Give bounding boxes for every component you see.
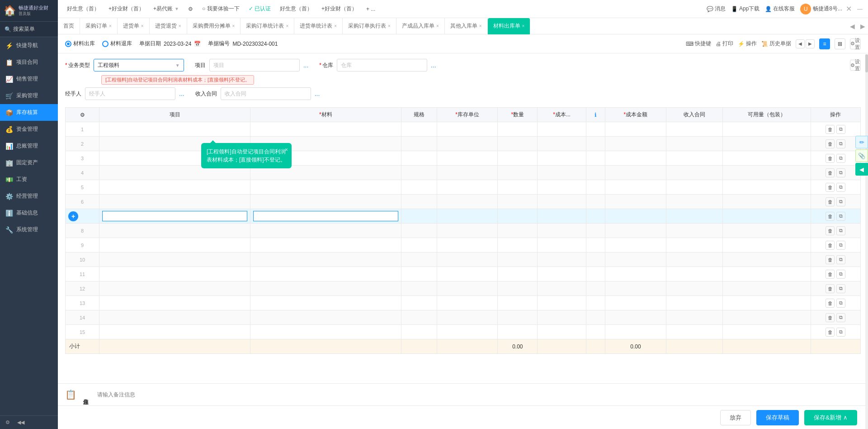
top-nav-more[interactable]: + ... <box>363 6 379 12</box>
row-copy-btn[interactable]: ⧉ <box>836 270 845 279</box>
row-quantity-cell[interactable] <box>498 137 538 151</box>
row-income-contract-cell[interactable] <box>666 325 722 339</box>
row-copy-btn[interactable]: ⧉ <box>836 284 845 293</box>
tab-purchase-exec[interactable]: 采购订单执行表 × <box>343 18 396 34</box>
tab-material-issue[interactable]: 材料出库单 × <box>488 18 531 34</box>
row-copy-btn[interactable]: ⧉ <box>836 255 845 264</box>
row-income-contract-cell[interactable] <box>666 296 722 310</box>
row-quantity-cell[interactable] <box>498 122 538 137</box>
tab-other-receipt[interactable]: 其他入库单 × <box>445 18 488 34</box>
row-income-contract-cell[interactable] <box>666 195 722 209</box>
row-quantity-cell[interactable] <box>498 281 538 296</box>
project-more-btn[interactable]: ... <box>303 62 309 69</box>
row-delete-btn[interactable]: 🗑 <box>826 168 835 177</box>
row-unit-cell-active[interactable] <box>437 209 497 224</box>
business-type-input[interactable]: 工程领料 ▼ <box>94 59 184 72</box>
row-delete-btn[interactable]: 🗑 <box>826 139 835 148</box>
row-quantity-cell-active[interactable] <box>498 209 538 224</box>
row-spec-cell[interactable] <box>401 180 437 195</box>
tab-close-icon[interactable]: × <box>179 24 181 29</box>
calendar-icon[interactable]: 📅 <box>194 41 201 47</box>
tab-purchase-order[interactable]: 采购订单 × <box>80 18 118 34</box>
discard-btn[interactable]: 放弃 <box>720 410 751 425</box>
project-input[interactable]: 项目 <box>209 59 300 72</box>
row-spec-cell[interactable] <box>401 224 437 238</box>
tab-purchase-stats[interactable]: 采购订单统计表 × <box>241 18 294 34</box>
col-settings-header[interactable]: ⚙ <box>66 108 99 122</box>
row-project-cell[interactable] <box>99 267 250 281</box>
app-download-btn[interactable]: 📱 App下载 <box>731 5 760 13</box>
row-unit-cell[interactable] <box>437 180 497 195</box>
quick-key-btn[interactable]: ⌨ 快捷键 <box>686 40 711 48</box>
row-delete-btn[interactable]: 🗑 <box>826 255 835 264</box>
window-minimize-btn[interactable]: — <box>857 6 863 12</box>
view-list-btn[interactable]: ≡ <box>819 38 830 49</box>
tab-goods-stats[interactable]: 进货单统计表 × <box>294 18 343 34</box>
row-cost-cell[interactable] <box>538 296 586 310</box>
tab-scroll-left[interactable]: ◀ <box>847 23 858 30</box>
view-grid-btn[interactable]: ⊞ <box>835 38 845 49</box>
row-delete-btn[interactable]: 🗑 <box>826 313 835 322</box>
row-unit-cell[interactable] <box>437 224 497 238</box>
row-income-contract-cell[interactable] <box>666 166 722 180</box>
handler-input[interactable]: 经手人 <box>85 87 175 100</box>
window-close-btn[interactable]: ✕ <box>846 5 852 13</box>
row-project-cell[interactable] <box>99 238 250 253</box>
row-cost-amount-cell[interactable] <box>605 281 666 296</box>
row-quantity-cell[interactable] <box>498 166 538 180</box>
row-cost-cell-active[interactable] <box>538 209 586 224</box>
warehouse-more-btn[interactable]: ... <box>431 62 436 69</box>
row-delete-btn[interactable]: 🗑 <box>826 125 835 134</box>
row-unit-cell[interactable] <box>437 296 497 310</box>
row-material-cell[interactable] <box>250 325 401 339</box>
row-cost-cell[interactable] <box>538 281 586 296</box>
save-draft-btn[interactable]: 保存草稿 <box>756 410 799 425</box>
row-project-cell[interactable] <box>99 253 250 267</box>
row-spec-cell[interactable] <box>401 281 437 296</box>
sidebar-item-system[interactable]: 🔧 系统管理 <box>0 221 58 238</box>
row-quantity-cell[interactable] <box>498 151 538 166</box>
row-cost-cell[interactable] <box>538 122 586 137</box>
search-menu[interactable]: 🔍 搜索菜单 <box>0 22 58 37</box>
row-project-cell[interactable] <box>99 224 250 238</box>
row-unit-cell[interactable] <box>437 122 497 137</box>
row-quantity-cell[interactable] <box>498 224 538 238</box>
row-cost-cell[interactable] <box>538 267 586 281</box>
tab-goods-receipt[interactable]: 进货单 × <box>118 18 150 34</box>
row-quantity-cell[interactable] <box>498 310 538 325</box>
user-avatar[interactable]: U 畅捷通8号... <box>800 4 842 14</box>
row-income-contract-cell[interactable] <box>666 253 722 267</box>
notes-input[interactable] <box>97 387 861 402</box>
row-income-contract-cell[interactable] <box>666 151 722 166</box>
row-copy-btn[interactable]: ⧉ <box>836 212 845 221</box>
row-unit-cell[interactable] <box>437 281 497 296</box>
row-cost-amount-cell[interactable] <box>605 296 666 310</box>
sidebar-item-inventory[interactable]: 📦 库存核算 <box>0 104 58 121</box>
row-quantity-cell[interactable] <box>498 267 538 281</box>
row-delete-btn[interactable]: 🗑 <box>826 212 835 221</box>
nav-prev-btn[interactable]: ◀ <box>796 39 805 48</box>
row-project-cell[interactable] <box>99 281 250 296</box>
row-income-contract-cell-active[interactable] <box>666 209 722 224</box>
top-nav-good-biz[interactable]: 好生意（首） <box>63 5 103 13</box>
row-cost-amount-cell[interactable] <box>605 195 666 209</box>
row-quantity-cell[interactable] <box>498 180 538 195</box>
row-project-cell[interactable] <box>99 195 250 209</box>
row-cost-amount-cell[interactable] <box>605 137 666 151</box>
row-copy-btn[interactable]: ⧉ <box>836 241 845 250</box>
row-cost-amount-cell[interactable] <box>605 224 666 238</box>
sidebar-item-project[interactable]: 📋 项目合同 <box>0 54 58 71</box>
warehouse-input[interactable]: 仓库 <box>337 59 427 72</box>
sidebar-item-quick-nav[interactable]: ⚡ 快捷导航 <box>0 37 58 54</box>
tab-close-icon[interactable]: × <box>232 24 235 29</box>
row-cost-cell[interactable] <box>538 195 586 209</box>
tab-close-icon[interactable]: × <box>479 24 482 29</box>
row-material-cell[interactable] <box>250 224 401 238</box>
sidebar-item-payroll[interactable]: 💵 工资 <box>0 171 58 188</box>
tab-close-icon[interactable]: × <box>286 24 288 29</box>
row-material-cell[interactable] <box>250 180 401 195</box>
row-cost-cell[interactable] <box>538 180 586 195</box>
cost-info-icon[interactable]: ℹ <box>594 112 597 118</box>
row-project-cell-active[interactable] <box>99 209 250 224</box>
row-spec-cell[interactable] <box>401 325 437 339</box>
